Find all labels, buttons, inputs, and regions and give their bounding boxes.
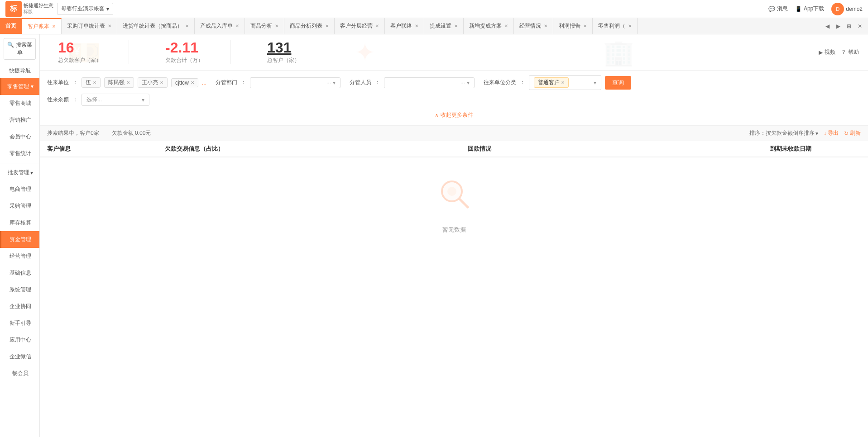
empty-icon xyxy=(436,176,472,220)
video-btn[interactable]: ▶ 视频 xyxy=(819,48,835,56)
search-label: 搜索菜单 xyxy=(16,42,32,56)
tab-inbound-stats[interactable]: 进货单统计表（按商品） ✕ xyxy=(117,18,195,34)
sidebar-item-retail-mgmt[interactable]: 零售管理 ▾ xyxy=(0,78,39,95)
close-icon[interactable]: ✕ xyxy=(275,24,278,28)
tab-product-inbound[interactable]: 产成品入库单 ✕ xyxy=(195,18,245,34)
query-button[interactable]: 查询 xyxy=(605,76,631,90)
close-icon[interactable]: ✕ xyxy=(544,24,547,28)
tag-close-icon[interactable]: ✕ xyxy=(93,80,96,85)
content-area: 💴 16 总欠款客户（家） ✦ -2.11 欠款合计（万） 🏢 131 xyxy=(40,34,868,437)
sidebar-item-retail-shop[interactable]: 零售商城 xyxy=(0,95,39,112)
tab-new-commission[interactable]: 新增提成方案 ✕ xyxy=(464,18,514,34)
tab-home[interactable]: 首页 xyxy=(0,18,22,34)
message-label: 消息 xyxy=(777,5,788,13)
dept-select[interactable]: ··· ▾ xyxy=(250,77,340,88)
sidebar-item-operations[interactable]: 经营管理 xyxy=(0,248,39,265)
message-btn[interactable]: 💬 消息 xyxy=(768,5,788,13)
filter-tag-wu[interactable]: 伍 ✕ xyxy=(82,77,101,88)
colon4: ： xyxy=(520,79,525,86)
close-icon[interactable]: ✕ xyxy=(52,24,56,29)
tag-close-icon[interactable]: ✕ xyxy=(160,80,163,85)
sidebar-item-marketing[interactable]: 营销推广 xyxy=(0,112,39,128)
sidebar-item-guide[interactable]: 新手引导 xyxy=(0,315,39,332)
quick-nav-btn[interactable]: 快捷导航 xyxy=(0,63,39,78)
sidebar-item-retail-stats[interactable]: 零售统计 xyxy=(0,145,39,162)
export-btn[interactable]: ↓ 导出 xyxy=(824,129,839,137)
sidebar-item-basic-info[interactable]: 基础信息 xyxy=(0,265,39,281)
sidebar-item-wechat[interactable]: 企业微信 xyxy=(0,348,39,365)
tab-commission-settings[interactable]: 提成设置 ✕ xyxy=(424,18,464,34)
table-body: 暂无数据 xyxy=(40,157,868,252)
nav-prev-btn[interactable]: ◀ xyxy=(823,22,832,31)
tab-retail-profit[interactable]: 零售利润（ ✕ xyxy=(593,18,638,34)
selected-class-tag[interactable]: 普通客户 ✕ xyxy=(534,77,569,88)
nav-close-all-btn[interactable]: ✕ xyxy=(855,22,864,31)
stat-customers-label: 总欠款客户（家） xyxy=(58,57,101,64)
sidebar-item-label: 系统管理 xyxy=(10,286,31,293)
user-avatar-area[interactable]: D demo2 xyxy=(831,3,863,15)
sidebar-item-finance[interactable]: 资金管理 xyxy=(0,231,39,248)
close-icon[interactable]: ✕ xyxy=(504,24,508,28)
tab-purchase-order-stats[interactable]: 采购订单统计表 ✕ xyxy=(62,18,117,34)
tab-customer-ledger[interactable]: 客户账本 ✕ xyxy=(22,18,62,34)
sidebar-item-label: 新手引导 xyxy=(10,320,31,326)
nav-next-btn[interactable]: ▶ xyxy=(834,22,843,31)
help-btn[interactable]: ？ 帮助 xyxy=(841,48,859,56)
tag-close-icon[interactable]: ✕ xyxy=(191,80,194,85)
query-label: 查询 xyxy=(612,79,624,86)
app-download-btn[interactable]: 📱 App下载 xyxy=(795,5,824,13)
tab-product-analysis[interactable]: 商品分析 ✕ xyxy=(245,18,284,34)
search-menu-btn[interactable]: 🔍 搜索菜单 xyxy=(4,38,36,60)
sidebar-item-enterprise[interactable]: 企业协同 xyxy=(0,298,39,315)
remainder-label: 往来余额 xyxy=(47,96,69,104)
tab-customer-contact[interactable]: 客户联络 ✕ xyxy=(385,18,424,34)
close-icon[interactable]: ✕ xyxy=(583,24,587,28)
person-more-icon: ··· xyxy=(460,80,465,86)
tab-operation-status[interactable]: 经营情况 ✕ xyxy=(514,18,553,34)
stat-receivable-value: -2.11 xyxy=(165,40,198,55)
collapse-btn[interactable]: ∧ 收起更多条件 xyxy=(435,111,473,119)
sidebar-item-wholesale-mgmt[interactable]: 批发管理 ▾ xyxy=(0,164,39,181)
sidebar-item-inventory[interactable]: 库存核算 xyxy=(0,214,39,231)
tag-close-icon[interactable]: ✕ xyxy=(126,80,130,85)
search-icon: 🔍 xyxy=(7,42,14,48)
person-select[interactable]: ··· ▾ xyxy=(384,77,475,88)
filter-tag-wang[interactable]: 王小亮 ✕ xyxy=(138,77,168,88)
sidebar-item-ecommerce[interactable]: 电商管理 xyxy=(0,181,39,198)
unit-class-select[interactable]: 普通客户 ✕ ▾ xyxy=(529,75,601,90)
filter-more-btn[interactable]: ... xyxy=(202,80,206,86)
nav-expand-btn[interactable]: ⊞ xyxy=(844,22,854,31)
filter-tag-cjttcw[interactable]: cjttcw ✕ xyxy=(171,78,198,87)
close-icon[interactable]: ✕ xyxy=(415,24,418,28)
filter-tag-chen[interactable]: 陈民强 ✕ xyxy=(104,77,134,88)
selected-class-label: 普通客户 xyxy=(538,79,560,86)
sort-btn[interactable]: 排序：按欠款金额倒序排序 ▾ xyxy=(749,129,818,137)
close-icon[interactable]: ✕ xyxy=(454,24,458,28)
table-area: 客户信息 欠款交易信息（占比） 回款情况 到期未收款日期 暂无数据 xyxy=(40,141,868,437)
close-icon[interactable]: ✕ xyxy=(185,24,189,28)
refresh-btn[interactable]: ↻ 刷新 xyxy=(844,129,861,137)
sidebar-item-app-center[interactable]: 应用中心 xyxy=(0,332,39,348)
tag-close-icon[interactable]: ✕ xyxy=(561,80,565,85)
sidebar-item-member-center[interactable]: 会员中心 xyxy=(0,128,39,145)
tab-product-analysis-list[interactable]: 商品分析列表 ✕ xyxy=(284,18,335,34)
chevron-down-icon: ▾ xyxy=(333,80,336,86)
results-bar: 搜索结果中，客户0家 欠款金额 0.00元 排序：按欠款金额倒序排序 ▾ ↓ 导… xyxy=(40,126,868,141)
app-download-label: App下载 xyxy=(804,5,824,13)
tab-customer-tier[interactable]: 客户分层经营 ✕ xyxy=(335,18,385,34)
remainder-select[interactable]: 选择... ▾ xyxy=(82,94,149,106)
sidebar-item-system[interactable]: 系统管理 xyxy=(0,281,39,298)
avatar: D xyxy=(831,3,844,15)
close-icon[interactable]: ✕ xyxy=(375,24,379,28)
close-icon[interactable]: ✕ xyxy=(235,24,239,28)
close-icon[interactable]: ✕ xyxy=(325,24,329,28)
header-left: 标 畅捷通好生意 标版 母婴行业演示帐套 ▾ xyxy=(5,1,113,17)
amount-text: 欠款金额 0.00元 xyxy=(112,129,151,137)
account-dropdown[interactable]: 母婴行业演示帐套 ▾ xyxy=(57,3,113,15)
close-icon[interactable]: ✕ xyxy=(628,24,632,28)
logo-area: 标 畅捷通好生意 标版 xyxy=(5,1,53,17)
close-icon[interactable]: ✕ xyxy=(108,24,111,28)
sidebar-item-member[interactable]: 畅会员 xyxy=(0,365,39,382)
tab-profit-report[interactable]: 利润报告 ✕ xyxy=(553,18,593,34)
sidebar-item-purchase[interactable]: 采购管理 xyxy=(0,198,39,214)
